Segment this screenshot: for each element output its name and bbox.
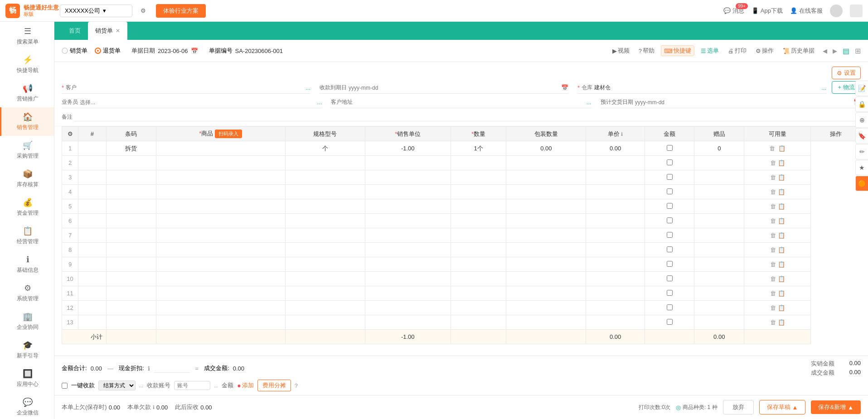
discard-button[interactable]: 放弃	[723, 400, 754, 414]
cell-spec[interactable]	[156, 243, 285, 257]
cell-barcode[interactable]	[78, 301, 107, 315]
gift-checkbox[interactable]	[667, 290, 673, 296]
cell-pkg-qty[interactable]	[451, 156, 506, 170]
cell-amount[interactable]	[586, 286, 645, 301]
cell-unit[interactable]	[285, 228, 365, 243]
cell-amount[interactable]	[586, 214, 645, 228]
cell-gift[interactable]	[645, 272, 694, 286]
delete-row-icon[interactable]: 🗑	[770, 304, 776, 311]
copy-row-icon[interactable]: 📋	[778, 174, 785, 181]
float-btn-3[interactable]: ⊕	[855, 112, 868, 128]
cell-price[interactable]	[506, 156, 586, 170]
gift-checkbox[interactable]	[667, 188, 673, 194]
delete-row-icon[interactable]: 🗑	[769, 145, 775, 152]
delete-row-icon[interactable]: 🗑	[770, 159, 776, 166]
float-btn-2[interactable]: 🔒	[855, 96, 868, 112]
th-settings[interactable]: ⚙	[62, 127, 78, 141]
settings-icon[interactable]: ⚙	[136, 4, 150, 18]
cell-spec[interactable]	[156, 185, 285, 199]
float-btn-6[interactable]: ★	[855, 160, 868, 175]
cell-unit[interactable]: 个	[285, 141, 365, 156]
cell-goods[interactable]	[106, 228, 156, 243]
cell-goods[interactable]	[106, 170, 156, 185]
cell-spec[interactable]	[156, 301, 285, 315]
message-btn[interactable]: 💬 消息 99+	[723, 7, 744, 15]
gift-checkbox[interactable]	[667, 319, 673, 325]
tab-close-icon[interactable]: ✕	[116, 28, 120, 34]
copy-row-icon[interactable]: 📋	[778, 217, 785, 224]
save-draft-button[interactable]: 保存草稿 ▲	[759, 400, 806, 414]
cell-pkg-qty[interactable]: 1个	[451, 141, 506, 156]
delete-row-icon[interactable]: 🗑	[770, 319, 776, 326]
cell-gift[interactable]	[645, 185, 694, 199]
cell-barcode[interactable]	[78, 199, 107, 214]
cell-qty[interactable]	[365, 301, 451, 315]
cell-goods[interactable]: 拆货	[106, 141, 156, 156]
payment-due-calendar-icon[interactable]: 📅	[561, 84, 568, 91]
cell-unit[interactable]	[285, 170, 365, 185]
cell-amount[interactable]	[586, 199, 645, 214]
float-btn-4[interactable]: 🔖	[855, 128, 868, 144]
cell-amount[interactable]	[586, 185, 645, 199]
cell-price[interactable]	[506, 228, 586, 243]
cell-pkg-qty[interactable]	[451, 315, 506, 330]
cell-pkg-qty[interactable]	[451, 214, 506, 228]
cell-qty[interactable]	[365, 272, 451, 286]
cell-gift[interactable]	[645, 228, 694, 243]
cell-spec[interactable]	[156, 199, 285, 214]
gift-checkbox[interactable]	[667, 261, 673, 267]
cell-barcode[interactable]	[78, 257, 107, 272]
sidebar-item-appstore[interactable]: 🔲 应用中心	[0, 364, 54, 393]
cell-price[interactable]	[506, 301, 586, 315]
cell-barcode[interactable]	[78, 243, 107, 257]
shortcut-btn[interactable]: ⌨ 快捷键	[661, 45, 694, 56]
sidebar-item-enterprise[interactable]: 🏢 企业协同	[0, 307, 54, 336]
gift-checkbox[interactable]	[667, 203, 673, 209]
save-new-button[interactable]: 保存&新增 ▲	[811, 400, 861, 414]
cell-qty[interactable]	[365, 257, 451, 272]
cell-goods[interactable]	[106, 286, 156, 301]
float-btn-5[interactable]: ✏	[855, 144, 868, 159]
cell-barcode[interactable]	[78, 214, 107, 228]
cell-goods[interactable]	[106, 185, 156, 199]
cell-goods[interactable]	[106, 257, 156, 272]
copy-row-icon[interactable]: 📋	[778, 304, 785, 311]
cell-pkg-qty[interactable]	[451, 257, 506, 272]
account-ellipsis[interactable]: ...	[214, 383, 218, 388]
delete-row-icon[interactable]: 🗑	[770, 275, 776, 282]
cell-barcode[interactable]	[78, 228, 107, 243]
cell-unit[interactable]	[285, 301, 365, 315]
cell-gift[interactable]	[645, 315, 694, 330]
cell-goods[interactable]	[106, 272, 156, 286]
cell-goods[interactable]	[106, 199, 156, 214]
online-service-btn[interactable]: 👤 在线客服	[790, 7, 823, 15]
radio-sales[interactable]: 销货单	[62, 47, 87, 55]
expected-delivery-input[interactable]	[635, 99, 852, 106]
cell-gift[interactable]	[645, 286, 694, 301]
cell-goods[interactable]	[106, 315, 156, 330]
cell-gift[interactable]	[645, 257, 694, 272]
gift-checkbox[interactable]	[667, 145, 673, 151]
cell-gift[interactable]	[645, 141, 694, 156]
cell-qty[interactable]	[365, 156, 451, 170]
cell-pkg-qty[interactable]	[451, 272, 506, 286]
cell-goods[interactable]	[106, 214, 156, 228]
cell-spec[interactable]	[156, 214, 285, 228]
cell-amount[interactable]	[586, 315, 645, 330]
cell-pkg-qty[interactable]	[451, 228, 506, 243]
gift-checkbox[interactable]	[667, 304, 673, 310]
cell-unit[interactable]	[285, 272, 365, 286]
cell-unit[interactable]	[285, 185, 365, 199]
tab-sales-order[interactable]: 销货单 ✕	[88, 22, 127, 40]
cell-qty[interactable]	[365, 228, 451, 243]
cell-amount[interactable]	[586, 301, 645, 315]
copy-row-icon[interactable]: 📋	[778, 246, 785, 253]
payment-due-input[interactable]	[349, 85, 559, 91]
add-payment-button[interactable]: ● 添加	[237, 381, 253, 390]
copy-row-icon[interactable]: 📋	[778, 145, 786, 152]
cell-gift[interactable]	[645, 156, 694, 170]
cell-unit[interactable]	[285, 286, 365, 301]
sidebar-item-finance[interactable]: 💰 资金管理	[0, 193, 54, 222]
cell-unit[interactable]	[285, 214, 365, 228]
delete-row-icon[interactable]: 🗑	[770, 290, 776, 297]
